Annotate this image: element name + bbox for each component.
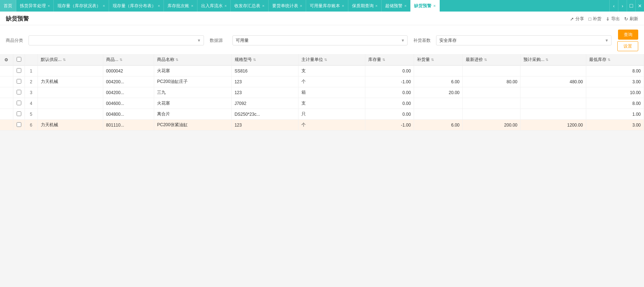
row-checkbox[interactable]: [17, 68, 21, 73]
sort-icon[interactable]: ⇅: [253, 58, 256, 62]
replenish-base-select-wrapper: 安全库存 最低库存 ▼: [436, 35, 612, 45]
tab-close-icon[interactable]: ×: [375, 4, 378, 8]
row-checkbox[interactable]: [17, 101, 21, 105]
share-button[interactable]: ➚ 分享: [570, 16, 584, 22]
td-checkbox: [13, 87, 25, 98]
export-button[interactable]: ⇓ 导出: [606, 16, 620, 22]
td-spec-model: 123: [231, 120, 298, 131]
table-row: 4 004600... 火花塞 J7092 支 0.00 8.00: [0, 98, 644, 109]
tab-label: 现存量（库存分布表）: [113, 3, 156, 9]
tab-inventory-dist[interactable]: 现存量（库存分布表） ×: [109, 0, 164, 12]
sort-icon[interactable]: ⇅: [431, 58, 434, 62]
export-icon: ⇓: [606, 16, 610, 22]
replenish-button[interactable]: □ 补货: [588, 16, 601, 22]
tab-expiry-query[interactable]: 保质期查询 ×: [348, 0, 382, 12]
th-main-unit: 主计量单位 ⇅: [298, 54, 365, 66]
th-product-code: 商品... ⇅: [103, 54, 154, 66]
header-actions: ➚ 分享 □ 补货 ⇓ 导出 ↻ 刷新: [570, 16, 638, 22]
tab-label: 缺货预警: [414, 3, 431, 9]
tab-next-button[interactable]: ›: [618, 0, 627, 12]
filter-group-replenish-base: 补货基数 安全库存 最低库存 ▼: [413, 35, 612, 45]
sort-icon[interactable]: ⇅: [608, 58, 610, 62]
tab-batch-account[interactable]: 库存批次账 ×: [164, 0, 197, 12]
td-stock-qty: 0.00: [365, 109, 414, 120]
select-all-checkbox[interactable]: [17, 57, 21, 62]
th-replenish-qty-label: 补货量: [417, 57, 430, 63]
td-index: 6: [25, 120, 38, 131]
td-main-unit: 支: [298, 66, 365, 76]
tab-inventory-status[interactable]: 现存量（库存状况表） ×: [54, 0, 109, 12]
tab-picking[interactable]: 拣货异常处理 ×: [16, 0, 54, 12]
th-default-supplier-label: 默认供应...: [41, 57, 62, 63]
tab-label: 现存量（库存状况表）: [57, 3, 101, 9]
tab-shortage-warning[interactable]: 缺货预警 ×: [410, 0, 439, 12]
filter-row: 商品分类 ▼ 数据源 可用量 库存量 ▼ 补货基数: [0, 25, 644, 54]
tab-restore-button[interactable]: ☐: [627, 0, 635, 12]
tab-requisition[interactable]: 要货单统计表 ×: [269, 0, 306, 12]
filter-group-commodity: 商品分类 ▼: [6, 35, 204, 45]
td-settings: [0, 66, 13, 76]
tab-close-icon[interactable]: ×: [225, 4, 227, 8]
sort-icon[interactable]: ⇅: [382, 58, 385, 62]
td-min-stock: 10.00: [586, 87, 644, 98]
td-main-unit: 箱: [298, 87, 365, 98]
td-default-supplier: [38, 66, 103, 76]
tab-close-icon[interactable]: ×: [300, 4, 302, 8]
th-latest-price-label: 最新进价: [466, 57, 483, 63]
th-default-supplier: 默认供应... ⇅: [38, 54, 103, 66]
tab-label: 出入库流水: [201, 3, 223, 9]
tab-close-all-button[interactable]: ✕: [635, 0, 644, 12]
tab-bar: 首页 拣货异常处理 × 现存量（库存状况表） × 现存量（库存分布表） × 库存…: [0, 0, 644, 12]
settings-gear-icon[interactable]: ⚙: [4, 57, 8, 62]
td-stock-qty: 0.00: [365, 87, 414, 98]
td-index: 2: [25, 76, 38, 87]
tab-close-icon[interactable]: ×: [191, 4, 193, 8]
tab-close-icon[interactable]: ×: [433, 4, 435, 8]
sort-icon[interactable]: ⇅: [484, 58, 487, 62]
tab-available-ledger[interactable]: 可用量库存账本 ×: [306, 0, 348, 12]
sort-icon[interactable]: ⇅: [545, 58, 548, 62]
th-stock-qty-label: 库存量: [368, 57, 381, 63]
sort-icon[interactable]: ⇅: [175, 58, 178, 62]
sort-icon[interactable]: ⇅: [63, 58, 66, 62]
tab-flow[interactable]: 出入库流水 ×: [197, 0, 231, 12]
tab-overstock-warning[interactable]: 超储预警 ×: [382, 0, 410, 12]
td-stock-qty: -1.00: [365, 120, 414, 131]
td-product-name: 离合片: [154, 109, 231, 120]
td-estimated-purchase: 1200.00: [521, 120, 586, 131]
row-checkbox[interactable]: [17, 79, 21, 84]
row-checkbox[interactable]: [17, 122, 21, 127]
tab-close-icon[interactable]: ×: [158, 4, 160, 8]
refresh-button[interactable]: ↻ 刷新: [624, 16, 638, 22]
td-stock-qty: -1.00: [365, 76, 414, 87]
td-index: 5: [25, 109, 38, 120]
tab-close-icon[interactable]: ×: [48, 4, 50, 8]
query-button[interactable]: 查询: [618, 30, 638, 40]
tab-summary[interactable]: 收发存汇总表 ×: [231, 0, 268, 12]
data-source-select-wrapper: 可用量 库存量 ▼: [232, 35, 408, 45]
data-source-select[interactable]: 可用量 库存量: [232, 35, 408, 45]
replenish-base-select[interactable]: 安全库存 最低库存: [436, 35, 612, 45]
td-product-code: 004600...: [103, 98, 154, 109]
tab-close-icon[interactable]: ×: [103, 4, 105, 8]
td-replenish-qty: 6.00: [414, 120, 463, 131]
commodity-class-select[interactable]: [29, 35, 204, 45]
settings-button[interactable]: 设置: [617, 41, 638, 51]
row-checkbox[interactable]: [17, 111, 21, 116]
refresh-icon: ↻: [624, 16, 628, 22]
sort-icon[interactable]: ⇅: [119, 58, 122, 62]
td-estimated-purchase: 480.00: [521, 76, 586, 87]
td-index: 3: [25, 87, 38, 98]
tab-prev-button[interactable]: ‹: [609, 0, 618, 12]
tab-close-icon[interactable]: ×: [262, 4, 264, 8]
td-checkbox: [13, 66, 25, 76]
tab-close-icon[interactable]: ×: [342, 4, 344, 8]
tab-home[interactable]: 首页: [0, 0, 16, 12]
share-icon: ➚: [570, 16, 574, 22]
shortage-table: ⚙ 默认供应... ⇅ 商品...: [0, 54, 644, 131]
tab-close-icon[interactable]: ×: [404, 4, 406, 8]
row-checkbox[interactable]: [17, 90, 21, 94]
sort-icon[interactable]: ⇅: [324, 58, 327, 62]
td-main-unit: 只: [298, 109, 365, 120]
td-main-unit: 个: [298, 76, 365, 87]
